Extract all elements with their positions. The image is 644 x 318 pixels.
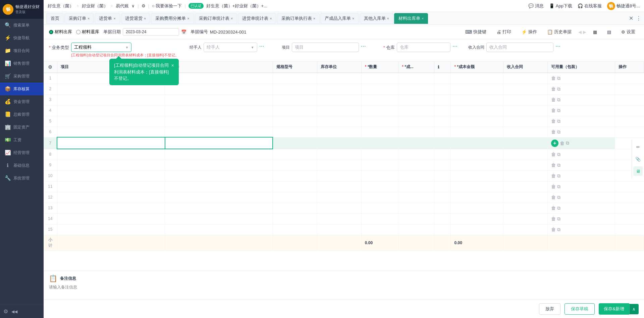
delete-row-btn[interactable]: 🗑 [560,141,565,146]
history-btn[interactable]: 📋 历史单据 [544,28,575,36]
table-cell[interactable] [273,203,317,213]
tab-material-out[interactable]: 材料出库单 × [394,13,428,24]
table-cell[interactable] [273,192,317,203]
sidebar-item-sys-mgmt[interactable]: 🔧 系统管理 [0,172,44,184]
table-cell[interactable] [165,149,273,160]
warehouse-input[interactable]: 仓库 [397,43,450,52]
table-cell[interactable] [451,84,503,94]
table-cell[interactable] [503,105,547,116]
table-cell[interactable] [451,181,503,192]
table-cell[interactable] [398,181,434,192]
user-menu[interactable]: 畅 畅捷通8号... [607,2,640,10]
warehouse-more-icon[interactable]: ··· [452,43,458,50]
table-cell[interactable] [503,203,547,213]
tab-close-icon[interactable]: × [352,16,354,20]
table-cell[interactable] [165,73,273,84]
operate-btn[interactable]: ⚡ 操作 [518,28,540,36]
delete-row-btn[interactable]: 🗑 [551,216,556,221]
table-cell[interactable] [273,213,317,224]
table-cell[interactable] [503,224,547,235]
project-input[interactable]: 项目 [292,43,359,52]
edit-panel-btn[interactable]: ✏ [633,142,643,152]
table-cell[interactable] [361,224,398,235]
tab-inbound-return[interactable]: 进货退货 × [121,13,150,24]
experience-link[interactable]: ○ 我要体验一下 [152,3,182,9]
table-cell[interactable] [451,203,503,213]
table-cell[interactable] [451,160,503,170]
table-cell[interactable] [317,192,361,203]
table-cell[interactable] [503,73,547,84]
save-draft-button[interactable]: 保存草稿 [565,303,595,315]
table-cell[interactable] [503,192,547,203]
table-cell[interactable] [451,170,503,181]
table-cell[interactable] [451,116,503,126]
table-cell[interactable] [165,224,273,235]
delete-row-btn[interactable]: 🗑 [551,118,556,124]
table-cell[interactable] [165,84,273,94]
table-cell[interactable] [503,126,547,137]
tab-home[interactable]: 首页 [46,13,64,24]
tab-close-icon[interactable]: × [88,16,90,20]
copy-row-btn[interactable]: ⧉ [557,173,560,179]
tab-close-icon[interactable]: × [387,16,389,20]
sidebar-item-basic-info[interactable]: ℹ 基础信息 [0,159,44,172]
table-cell[interactable] [165,213,273,224]
table-cell[interactable] [398,203,434,213]
tab-other-inbound[interactable]: 其他入库单 × [360,13,393,24]
table-cell[interactable] [398,192,434,203]
sidebar-item-search[interactable]: 🔍 搜索菜单 [0,19,44,32]
table-cell[interactable] [503,149,547,160]
table-cell[interactable] [273,224,317,235]
delete-row-btn[interactable]: 🗑 [551,152,556,157]
more-link[interactable]: ∨ [131,3,135,8]
delete-row-btn[interactable]: 🗑 [551,227,556,232]
table-cell[interactable] [361,192,398,203]
table-cell[interactable] [273,181,317,192]
tab-purchase-order[interactable]: 采购订单 × [64,13,94,24]
tab-close-icon[interactable]: × [231,16,233,20]
table-cell[interactable] [273,116,317,126]
table-cell[interactable] [361,105,398,116]
copy-row-btn[interactable]: ⧉ [557,162,560,168]
yidaizhang-link[interactable]: 易代账 [116,3,129,9]
table-cell[interactable] [317,73,361,84]
table-cell[interactable] [273,160,317,170]
attachment-panel-btn[interactable]: 📎 [633,154,643,164]
copy-row-btn[interactable]: ⧉ [557,195,560,200]
table-cell[interactable] [273,170,317,181]
table-cell[interactable] [361,170,398,181]
table-cell[interactable] [361,137,398,149]
notes-input[interactable] [49,284,639,295]
view-grid-btn[interactable]: ▦ [590,28,600,36]
tab-close-icon[interactable]: × [422,16,424,20]
table-cell[interactable] [361,84,398,94]
table-cell[interactable] [361,116,398,126]
table-cell[interactable] [317,213,361,224]
table-cell[interactable] [273,149,317,160]
table-cell[interactable] [398,84,434,94]
income-contract-more-icon[interactable]: ··· [555,43,560,50]
table-cell[interactable] [434,126,451,137]
table-cell[interactable] [361,213,398,224]
sidebar-item-finance[interactable]: 💰 资金管理 [0,95,44,108]
delete-row-btn[interactable]: 🗑 [551,108,556,113]
delete-row-btn[interactable]: 🗑 [551,173,556,178]
table-cell[interactable] [434,213,451,224]
delete-row-btn[interactable]: 🗑 [551,162,556,168]
table-cell[interactable] [451,105,503,116]
collapse-icon[interactable]: ◀◀ [11,309,17,314]
column-settings-icon[interactable]: ⚙ [48,64,52,70]
copy-row-btn[interactable]: ⧉ [557,118,560,124]
save-new-button[interactable]: 保存&新增 [599,303,629,315]
table-cell[interactable] [398,224,434,235]
material-return-radio[interactable]: 材料退库 [76,29,99,35]
table-cell[interactable] [434,203,451,213]
table-cell[interactable] [451,192,503,203]
handler-more-icon[interactable]: ··· [259,43,264,50]
sidebar-item-inventory[interactable]: 📦 库存核算 [0,83,44,95]
table-cell[interactable] [165,126,273,137]
table-cell[interactable] [317,105,361,116]
table-cell[interactable] [503,160,547,170]
delete-row-btn[interactable]: 🗑 [551,129,556,135]
col-settings[interactable]: ⚙ [44,61,57,73]
